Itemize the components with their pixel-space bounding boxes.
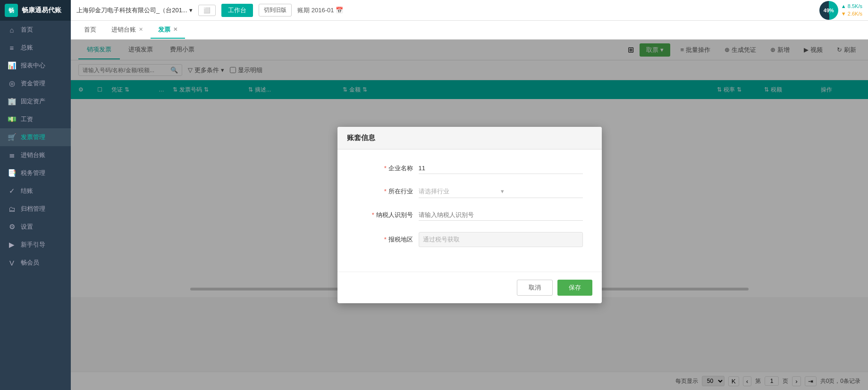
topbar: 上海卯金刀电子科技有限公司_（台201... ▾ ⬜ 工作台 切到旧版 账期 2… (71, 0, 868, 21)
sidebar-item-guide[interactable]: ▶ 新手引导 (0, 236, 71, 254)
fixed-assets-icon: 🏢 (8, 97, 16, 106)
guide-icon: ▶ (8, 241, 16, 249)
industry-row: * 所在行业 请选择行业 ▾ (356, 185, 583, 198)
tab-purchase-sales-label: 进销台账 (111, 25, 136, 34)
sidebar-label-purchase-sales: 进销台账 (21, 151, 45, 159)
tax-region-row: * 报税地区 通过税号获取 (356, 232, 583, 247)
sidebar: 畅 畅康通易代账 ⌂ 首页 ≡ 总账 📊 报表中心 ◎ 资金管理 🏢 固定资产 … (0, 0, 71, 390)
tax-id-row: * 纳税人识别号 (356, 209, 583, 221)
sidebar-item-funds[interactable]: ◎ 资金管理 (0, 75, 71, 92)
tab-invoice[interactable]: 发票 ✕ (151, 22, 185, 39)
tax-region-label: * 报税地区 (356, 235, 413, 244)
modal-footer: 取消 保存 (337, 272, 602, 303)
tax-id-input[interactable] (419, 209, 583, 221)
tax-icon: 📑 (8, 169, 16, 177)
modal-body: * 企业名称 * 所在行业 请选择行业 ▾ (337, 149, 602, 272)
calendar-icon[interactable]: 📅 (336, 7, 343, 14)
sidebar-label-fixed-assets: 固定资产 (21, 97, 45, 106)
sidebar-label-settings: 设置 (21, 223, 33, 231)
archive-icon: 🗂 (8, 205, 16, 213)
tab-invoice-label: 发票 (158, 25, 170, 34)
sidebar-item-fixed-assets[interactable]: 🏢 固定资产 (0, 92, 71, 110)
sidebar-item-settings[interactable]: ⚙ 设置 (0, 218, 71, 236)
sidebar-item-purchase-sales[interactable]: ≣ 进销台账 (0, 146, 71, 164)
content-area: 销项发票 进项发票 费用小票 ⊞ 取票 ▾ ≡ 批量操作 ⊕ (71, 40, 868, 390)
app-name: 畅康通易代账 (22, 6, 61, 15)
purchase-sales-icon: ≣ (8, 151, 16, 159)
home-icon: ⌂ (8, 26, 16, 34)
industry-select[interactable]: 请选择行业 ▾ (419, 185, 583, 198)
tax-region-input: 通过税号获取 (419, 232, 583, 247)
cancel-button[interactable]: 取消 (517, 280, 553, 296)
network-stats: 49% ▲ 8.5K/s ▼ 2.6K/s (819, 1, 862, 20)
main-area: 上海卯金刀电子科技有限公司_（台201... ▾ ⬜ 工作台 切到旧版 账期 2… (71, 0, 868, 390)
company-name-input[interactable] (419, 163, 583, 174)
tab-home-label: 首页 (84, 25, 96, 34)
settings-icon: ⚙ (8, 223, 16, 231)
page-tabs: 首页 进销台账 ✕ 发票 ✕ (71, 21, 868, 40)
network-speeds: ▲ 8.5K/s ▼ 2.6K/s (841, 3, 862, 17)
member-icon: V (8, 259, 16, 267)
upload-speed: ▲ 8.5K/s (841, 3, 862, 10)
tab-purchase-sales[interactable]: 进销台账 ✕ (104, 22, 151, 39)
sidebar-item-tax[interactable]: 📑 税务管理 (0, 164, 71, 182)
sidebar-label-archive: 归档管理 (21, 205, 45, 213)
sidebar-label-ledger: 总账 (21, 43, 33, 52)
funds-icon: ◎ (8, 79, 16, 88)
company-name-label: * 企业名称 (356, 164, 413, 173)
payroll-icon: 💵 (8, 115, 16, 124)
sidebar-item-payroll[interactable]: 💵 工资 (0, 110, 71, 128)
sidebar-label-payroll: 工资 (21, 115, 33, 124)
modal-overlay: 账套信息 * 企业名称 * 所在行业 (71, 40, 868, 390)
tax-id-label: * 纳税人识别号 (356, 211, 413, 219)
invoice-mgmt-icon: 🛒 (8, 133, 16, 141)
tab-invoice-close[interactable]: ✕ (173, 26, 177, 33)
sidebar-label-tax: 税务管理 (21, 169, 45, 177)
industry-label: * 所在行业 (356, 187, 413, 196)
sidebar-item-ledger[interactable]: ≡ 总账 (0, 39, 71, 57)
sidebar-label-invoice-mgmt: 发票管理 (21, 133, 45, 141)
sidebar-label-home: 首页 (21, 25, 33, 34)
sidebar-item-home[interactable]: ⌂ 首页 (0, 21, 71, 39)
company-dropdown-icon: ▾ (189, 7, 193, 14)
company-selector[interactable]: 上海卯金刀电子科技有限公司_（台201... ▾ (76, 6, 193, 15)
reports-icon: 📊 (8, 61, 16, 70)
sidebar-item-settlement[interactable]: ✓ 结账 (0, 182, 71, 200)
sidebar-label-settlement: 结账 (21, 187, 33, 195)
sidebar-label-reports: 报表中心 (21, 61, 45, 70)
tab-purchase-sales-close[interactable]: ✕ (139, 26, 143, 33)
account-info-modal: 账套信息 * 企业名称 * 所在行业 (337, 127, 602, 303)
sidebar-item-reports[interactable]: 📊 报表中心 (0, 57, 71, 75)
network-progress-circle: 49% (819, 1, 838, 20)
ledger-icon: ≡ (8, 44, 16, 52)
sidebar-label-member: 畅会员 (21, 258, 39, 267)
sidebar-item-invoice-mgmt[interactable]: 🛒 发票管理 (0, 128, 71, 146)
copy-icon-btn[interactable]: ⬜ (198, 5, 216, 16)
modal-title: 账套信息 (337, 127, 602, 149)
sidebar-label-guide: 新手引导 (21, 241, 45, 249)
company-name-row: * 企业名称 (356, 163, 583, 174)
workspace-button[interactable]: 工作台 (221, 4, 253, 17)
sidebar-item-member[interactable]: V 畅会员 (0, 254, 71, 272)
download-speed: ▼ 2.6K/s (841, 10, 862, 17)
tab-home[interactable]: 首页 (76, 22, 104, 39)
sidebar-item-archive[interactable]: 🗂 归档管理 (0, 200, 71, 218)
industry-dropdown-icon: ▾ (501, 188, 583, 195)
sidebar-header: 畅 畅康通易代账 (0, 0, 71, 21)
old-version-button[interactable]: 切到旧版 (259, 4, 292, 17)
sidebar-label-funds: 资金管理 (21, 79, 45, 88)
save-button[interactable]: 保存 (557, 280, 592, 296)
company-name-text: 上海卯金刀电子科技有限公司_（台201... (76, 6, 187, 15)
logo-icon: 畅 (5, 4, 18, 17)
period-label: 账期 2016-01 📅 (297, 6, 344, 15)
settlement-icon: ✓ (8, 187, 16, 195)
